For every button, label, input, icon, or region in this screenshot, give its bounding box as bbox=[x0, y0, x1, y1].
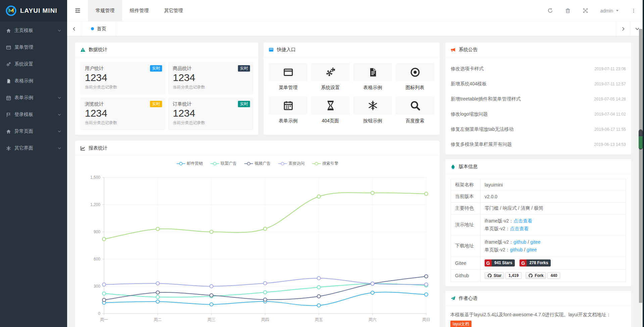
github-star-button[interactable]: Star bbox=[485, 272, 504, 279]
announcement-item[interactable]: 修改选项卡样式2019-07-11 23:06 bbox=[451, 61, 626, 76]
github-count[interactable]: 440 bbox=[547, 272, 560, 279]
content-left-column: 数据统计 用户统计实时1234当前分类总记录数商品统计实时1234当前分类总记录… bbox=[75, 42, 440, 327]
announcement-item[interactable]: 修改logo缩放问题2019-07-04 11:02 bbox=[451, 107, 626, 122]
menu-fold-button[interactable] bbox=[67, 0, 88, 21]
author-line1: 本模板基于layui2.5.4以及font-awesome-4.7.0进行实现。… bbox=[450, 312, 611, 317]
shortcut-label: 菜单管理 bbox=[269, 85, 307, 91]
shortcut-6[interactable]: 404页面 bbox=[311, 96, 350, 124]
stat-value: 1234 bbox=[85, 108, 161, 119]
svg-text:0: 0 bbox=[98, 311, 100, 316]
link-prefix: iframe版-v2： bbox=[485, 239, 513, 245]
shortcut-8[interactable]: 百度搜索 bbox=[396, 96, 434, 124]
announcement-item[interactable]: 新增系统404模板2019-07-11 12:57 bbox=[451, 76, 626, 91]
svg-text:周四: 周四 bbox=[261, 317, 269, 322]
stat-label: 浏览统计 bbox=[85, 101, 161, 107]
github-fork-button[interactable]: Fork bbox=[526, 272, 546, 279]
announcements-panel: 系统公告 修改选项卡样式2019-07-11 23:06新增系统404模板201… bbox=[445, 42, 631, 155]
asterisk-icon bbox=[368, 100, 378, 111]
svg-text:1,500: 1,500 bbox=[90, 175, 100, 180]
window-icon bbox=[283, 67, 293, 77]
navbar-tab[interactable]: 其它管理 bbox=[156, 0, 191, 21]
panel-title: 报表统计 bbox=[89, 145, 107, 151]
gitee-badge[interactable]: G941 Stars bbox=[485, 259, 515, 267]
link-separator: / bbox=[527, 239, 531, 245]
sidebar-item[interactable]: 表格示例 bbox=[0, 73, 67, 89]
fullscreen-icon[interactable] bbox=[583, 8, 588, 13]
page-tab-home[interactable]: 首页 bbox=[81, 22, 116, 36]
user-menu[interactable]: admin bbox=[600, 8, 619, 13]
version-table-row: 演示地址iframe版-v2：点击查看单页版-v2：点击查看 bbox=[451, 214, 626, 236]
link[interactable]: 点击查看 bbox=[510, 226, 529, 231]
link[interactable]: gitee bbox=[530, 239, 540, 245]
announcement-item[interactable]: 修复多模块菜单栏展开有问题2019-06-13 14:53 bbox=[451, 137, 626, 152]
link-line: iframe版-v2：github / gitee bbox=[485, 238, 622, 246]
panel-title: 作者心语 bbox=[459, 295, 478, 301]
gears-icon bbox=[6, 62, 11, 67]
stat-description: 当前分类总记录数 bbox=[173, 120, 249, 126]
sidebar-item[interactable]: 主页模板 bbox=[0, 22, 67, 39]
legend-item[interactable]: 邮件营销 bbox=[177, 161, 203, 166]
shortcut-label: 系统设置 bbox=[311, 85, 350, 91]
link-line: 单页版-v2：github / gitee bbox=[485, 246, 622, 254]
legend-item[interactable]: 直接访问 bbox=[278, 161, 305, 166]
announcement-item[interactable]: 新增treetable插件和菜单管理样式2019-07-05 14:28 bbox=[451, 91, 626, 107]
shortcut-1[interactable]: 菜单管理 bbox=[269, 63, 307, 91]
refresh-icon[interactable] bbox=[547, 8, 553, 13]
navbar-tab[interactable]: 组件管理 bbox=[122, 0, 156, 21]
version-row-value: iframe版-v2：github / gitee单页版-v2：github /… bbox=[481, 236, 626, 257]
link-prefix: iframe版-v2： bbox=[485, 218, 513, 223]
scrollbar-track[interactable] bbox=[639, 29, 642, 303]
legend-label: 邮件营销 bbox=[187, 161, 203, 166]
link[interactable]: github bbox=[510, 247, 523, 252]
shortcut-7[interactable]: 按钮示例 bbox=[353, 96, 392, 124]
legend-item[interactable]: 搜索引擎 bbox=[312, 161, 339, 166]
version-table: 框架名称layuimini当前版本v2.0.0主要特色零门槛 / 响应式 / 清… bbox=[451, 179, 626, 282]
announcement-date: 2019-06-17 11:55 bbox=[594, 127, 626, 132]
navbar-tab[interactable]: 常规管理 bbox=[88, 0, 122, 21]
flame-icon bbox=[450, 164, 456, 169]
link[interactable]: gitee bbox=[527, 247, 537, 252]
announcement-item[interactable]: 修复左侧菜单缩放tab无法移动2019-06-17 11:55 bbox=[451, 122, 626, 137]
page-tabbar: 首页 bbox=[67, 22, 644, 36]
sidebar-item[interactable]: 异常页面 bbox=[0, 123, 67, 140]
shortcut-tile bbox=[353, 96, 392, 115]
svg-text:900: 900 bbox=[94, 230, 100, 234]
clear-trash-icon[interactable] bbox=[565, 8, 571, 13]
tab-scroll-left-button[interactable] bbox=[67, 22, 81, 36]
sidebar-item[interactable]: 菜单管理 bbox=[0, 39, 67, 56]
tab-scroll-right-button[interactable] bbox=[616, 22, 630, 36]
scrollbar-thumb[interactable] bbox=[639, 129, 643, 150]
sidebar-item[interactable]: 表单示例 bbox=[0, 89, 67, 106]
shortcut-3[interactable]: 表格示例 bbox=[353, 63, 392, 91]
announcement-text: 新增系统404模板 bbox=[451, 81, 594, 87]
file-icon bbox=[368, 67, 378, 77]
github-count[interactable]: 1,419 bbox=[505, 272, 522, 279]
data-stats-header: 数据统计 bbox=[75, 42, 258, 57]
shortcut-5[interactable]: 表单示例 bbox=[269, 96, 307, 124]
shortcut-2[interactable]: 系统设置 bbox=[311, 63, 350, 91]
page-tabs: 首页 bbox=[81, 22, 116, 36]
sidebar: LAYUI MINI 主页模板菜单管理系统设置表格示例表单示例登录模板异常页面其… bbox=[0, 0, 67, 327]
github-action-label: Fork bbox=[535, 273, 543, 278]
version-table-row: GiteeG941 StarsG278 Forks bbox=[451, 257, 626, 270]
window-blue-icon bbox=[268, 47, 274, 52]
link[interactable]: 点击查看 bbox=[513, 218, 532, 223]
more-options-icon[interactable] bbox=[631, 8, 636, 13]
layui-doc-badge[interactable]: layui文档 bbox=[450, 321, 472, 327]
shortcut-4[interactable]: 图标列表 bbox=[396, 63, 434, 91]
panel-title: 数据统计 bbox=[89, 47, 107, 53]
legend-item[interactable]: 联盟广告 bbox=[210, 161, 237, 166]
app-title: LAYUI MINI bbox=[20, 7, 57, 14]
gitee-badge[interactable]: G278 Forks bbox=[519, 259, 551, 267]
stat-card: 浏览统计实时1234当前分类总记录数 bbox=[80, 97, 165, 130]
sidebar-item-label: 其它界面 bbox=[14, 145, 33, 151]
sidebar-item[interactable]: 其它界面 bbox=[0, 140, 67, 157]
sidebar-item[interactable]: 系统设置 bbox=[0, 56, 67, 73]
version-row-value: 零门槛 / 响应式 / 清爽 / 极简 bbox=[481, 203, 626, 214]
legend-item[interactable]: 视频广告 bbox=[244, 161, 271, 166]
sidebar-item[interactable]: 登录模板 bbox=[0, 106, 67, 123]
svg-text:600: 600 bbox=[94, 257, 100, 261]
legend-marker-icon bbox=[177, 162, 185, 166]
link[interactable]: github bbox=[513, 239, 526, 245]
tab-active-dot-icon bbox=[91, 27, 94, 30]
